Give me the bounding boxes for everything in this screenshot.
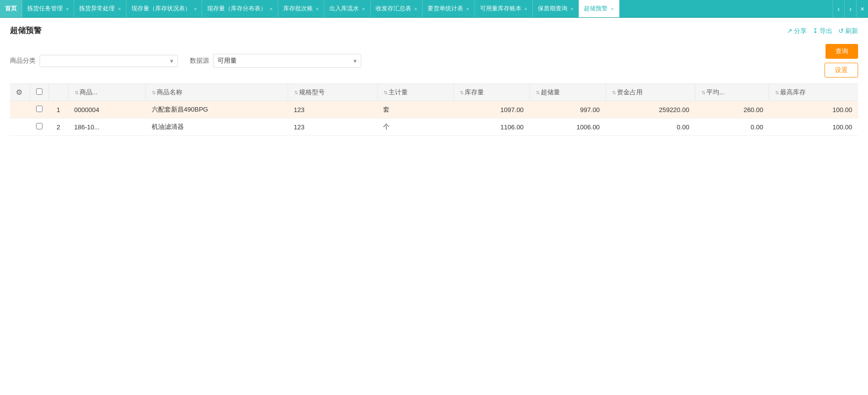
nav-tab-label: 库存批次账: [283, 4, 313, 13]
page-title: 超储预警: [10, 26, 42, 36]
row-number: 1: [48, 101, 68, 118]
row-overstock: 1006.00: [529, 118, 606, 136]
refresh-button[interactable]: ↺ 刷新: [838, 27, 858, 36]
top-navigation: 首页拣货任务管理×拣货异常处理×现存量（库存状况表）×现存量（库存分布表）×库存…: [0, 0, 868, 18]
nav-tab-close-batch-account[interactable]: ×: [316, 6, 319, 12]
nav-tab-shelf-life[interactable]: 保质期查询×: [533, 0, 579, 17]
product-name-column-header[interactable]: ⇅商品名称: [146, 84, 288, 101]
nav-tab-order-stat[interactable]: 要货单统计表×: [423, 0, 475, 17]
select-all-checkbox[interactable]: [36, 88, 43, 95]
nav-tab-close-stock-dist[interactable]: ×: [269, 6, 272, 12]
datasource-select[interactable]: 可用量 ▾: [213, 54, 361, 68]
row-checkbox[interactable]: [36, 106, 43, 112]
nav-tab-label: 要货单统计表: [428, 4, 463, 13]
nav-tab-label: 出入库流水: [329, 4, 359, 13]
row-checkbox-cell: [30, 118, 48, 136]
row-product-name: 机油滤清器: [146, 118, 288, 136]
row-product-code: 0000004: [68, 101, 146, 118]
nav-tab-stock-status[interactable]: 现存量（库存状况表）×: [127, 0, 202, 17]
nav-tab-close-io-flow[interactable]: ×: [362, 6, 365, 12]
data-table: ⚙ ⇅商品... ⇅商品名称 ⇅规格型号 ⇅主计量: [10, 83, 858, 136]
datasource-arrow-icon: ▾: [353, 57, 357, 65]
checkbox-column-header: [30, 84, 48, 101]
overstock-column-header[interactable]: ⇅超储量: [529, 84, 606, 101]
row-product-name: 六配套新昌490BPG: [146, 101, 288, 118]
nav-tab-close-pick-task[interactable]: ×: [66, 6, 69, 12]
stock-column-header[interactable]: ⇅库存量: [453, 84, 529, 101]
nav-tab-label: 超储预警: [584, 4, 608, 13]
category-arrow-icon: ▾: [170, 57, 174, 65]
nav-tab-close-shelf-life[interactable]: ×: [570, 6, 573, 12]
nav-tab-label: 保质期查询: [538, 4, 567, 13]
nav-next-button[interactable]: ›: [844, 0, 856, 18]
nav-tab-home[interactable]: 首页: [0, 0, 22, 17]
nav-tab-label: 现存量（库存分布表）: [207, 4, 266, 13]
main-content: 超储预警 ↗ 分享 ↧ 导出 ↺ 刷新 商品分类 ▾ 数据源: [0, 18, 868, 395]
row-checkbox[interactable]: [36, 123, 43, 129]
row-spec: 123: [288, 101, 377, 118]
export-icon: ↧: [813, 27, 818, 35]
nav-tab-io-flow[interactable]: 出入库流水×: [324, 0, 370, 17]
settings-column-header: ⚙: [10, 84, 30, 101]
export-button[interactable]: ↧ 导出: [813, 27, 832, 36]
avg-column-header[interactable]: ⇅平均...: [695, 84, 769, 101]
table-row: 2 186-10... 机油滤清器 123 个 1106.00 1006.00 …: [10, 118, 858, 136]
capital-column-header[interactable]: ⇅资金占用: [606, 84, 695, 101]
category-select[interactable]: ▾: [40, 55, 178, 67]
nav-tab-close-overstock-warning[interactable]: ×: [610, 6, 613, 12]
category-label: 商品分类: [10, 56, 36, 65]
nav-tab-label: 首页: [5, 4, 17, 13]
datasource-label: 数据源: [190, 56, 209, 65]
row-avg: 0.00: [695, 118, 769, 136]
row-stock: 1106.00: [453, 118, 529, 136]
row-gear-cell: [10, 101, 30, 118]
row-overstock: 997.00: [529, 101, 606, 118]
rownum-column-header: [48, 84, 68, 101]
unit-column-header[interactable]: ⇅主计量: [377, 84, 453, 101]
nav-tab-overstock-warning[interactable]: 超储预警×: [579, 0, 619, 17]
row-product-code: 186-10...: [68, 118, 146, 136]
nav-tab-label: 拣货异常处理: [79, 4, 115, 13]
nav-tab-close-pick-exception[interactable]: ×: [118, 6, 121, 12]
table-row: 1 0000004 六配套新昌490BPG 123 套 1097.00 997.…: [10, 101, 858, 118]
row-avg: 260.00: [695, 101, 769, 118]
row-capital: 259220.00: [606, 101, 695, 118]
refresh-icon: ↺: [838, 27, 844, 35]
row-checkbox-cell: [30, 101, 48, 118]
filter-row: 商品分类 ▾ 数据源 可用量 ▾ 查询 设置: [10, 44, 858, 78]
share-button[interactable]: ↗ 分享: [787, 27, 807, 36]
nav-tab-stock-dist[interactable]: 现存量（库存分布表）×: [202, 0, 278, 17]
nav-tab-available-account[interactable]: 可用量库存账本×: [475, 0, 533, 17]
row-unit: 套: [377, 101, 453, 118]
nav-tab-label: 现存量（库存状况表）: [131, 4, 191, 13]
nav-tab-pick-exception[interactable]: 拣货异常处理×: [74, 0, 126, 17]
query-button[interactable]: 查询: [825, 44, 858, 59]
max-stock-column-header[interactable]: ⇅最高库存: [769, 84, 858, 101]
nav-tab-close-recv-send-summary[interactable]: ×: [414, 6, 417, 12]
nav-tab-recv-send-summary[interactable]: 收发存汇总表×: [371, 0, 423, 17]
datasource-value: 可用量: [217, 56, 237, 65]
nav-tab-label: 拣货任务管理: [27, 4, 63, 13]
nav-prev-button[interactable]: ‹: [832, 0, 844, 18]
nav-tab-batch-account[interactable]: 库存批次账×: [278, 0, 324, 17]
spec-column-header[interactable]: ⇅规格型号: [288, 84, 377, 101]
share-icon: ↗: [787, 27, 792, 35]
nav-arrows: ‹ › ×: [832, 0, 868, 18]
datasource-filter-group: 数据源 可用量 ▾: [190, 54, 361, 68]
nav-tab-close-order-stat[interactable]: ×: [466, 6, 469, 12]
row-max-stock: 100.00: [769, 118, 858, 136]
nav-tab-label: 可用量库存账本: [480, 4, 521, 13]
nav-tab-close-stock-status[interactable]: ×: [194, 6, 197, 12]
settings-icon[interactable]: ⚙: [16, 88, 22, 96]
nav-tab-close-available-account[interactable]: ×: [524, 6, 527, 12]
set-button[interactable]: 设置: [825, 63, 858, 78]
header-actions: ↗ 分享 ↧ 导出 ↺ 刷新: [787, 27, 858, 36]
nav-tab-pick-task[interactable]: 拣货任务管理×: [22, 0, 74, 17]
row-max-stock: 100.00: [769, 101, 858, 118]
page-header: 超储预警 ↗ 分享 ↧ 导出 ↺ 刷新: [10, 26, 858, 36]
nav-tab-label: 收发存汇总表: [376, 4, 411, 13]
category-filter-group: 商品分类 ▾: [10, 55, 178, 67]
row-spec: 123: [288, 118, 377, 136]
nav-close-button[interactable]: ×: [856, 0, 868, 18]
product-code-column-header[interactable]: ⇅商品...: [68, 84, 146, 101]
